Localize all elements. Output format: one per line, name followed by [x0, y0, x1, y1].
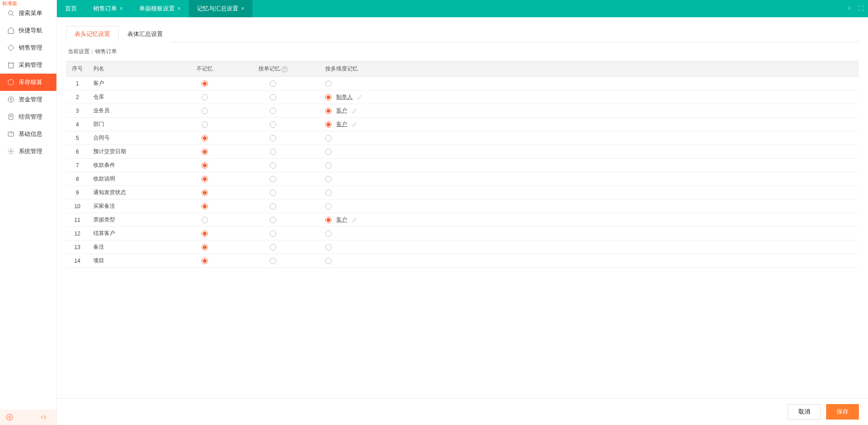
th-seq: 序号: [66, 61, 89, 77]
radio-none[interactable]: [202, 203, 208, 210]
radio-byorder[interactable]: [270, 108, 276, 114]
radio-bymulti[interactable]: [325, 108, 332, 114]
multi-dimension-label[interactable]: 客户: [336, 107, 347, 115]
sidebar-item-system[interactable]: 系统管理: [0, 143, 56, 160]
radio-bymulti[interactable]: [325, 176, 332, 182]
radio-byorder[interactable]: [270, 162, 276, 169]
edit-icon[interactable]: [357, 95, 363, 100]
cell-bymulti: [307, 131, 859, 145]
radio-none[interactable]: [202, 244, 208, 250]
edit-icon[interactable]: [352, 122, 357, 127]
radio-byorder[interactable]: [270, 94, 276, 100]
sidebar-item-inventory[interactable]: 库存核算: [0, 74, 56, 91]
edit-icon[interactable]: [352, 108, 357, 114]
radio-none[interactable]: [202, 230, 208, 237]
radio-byorder[interactable]: [270, 203, 276, 210]
sidebar-item-business[interactable]: 经营管理: [0, 108, 56, 125]
sidebar-item-label: 销售管理: [19, 44, 42, 52]
radio-none[interactable]: [202, 108, 208, 114]
footer-bar: 取消 保存: [57, 398, 868, 425]
cancel-button[interactable]: 取消: [788, 404, 821, 420]
sidebar-item-purchase[interactable]: 采购管理: [0, 56, 56, 74]
svg-line-1: [12, 15, 14, 16]
radio-bymulti[interactable]: [325, 203, 332, 210]
radio-none[interactable]: [202, 217, 208, 223]
radio-byorder[interactable]: [270, 80, 276, 87]
collapse-icon[interactable]: [39, 413, 47, 421]
radio-byorder[interactable]: [270, 217, 276, 223]
svg-point-0: [9, 11, 13, 15]
radio-bymulti[interactable]: [325, 244, 332, 250]
sidebar-item-label: 基础信息: [19, 130, 42, 138]
cell-bymulti: 客户: [307, 104, 859, 118]
radio-bymulti[interactable]: [325, 94, 332, 100]
table-row: 3业务员客户: [66, 104, 859, 118]
radio-bymulti[interactable]: [325, 230, 332, 237]
radio-bymulti[interactable]: [325, 149, 332, 155]
tab-2[interactable]: 单据模板设置×: [131, 0, 189, 17]
sidebar-item-funds[interactable]: 资金管理: [0, 91, 56, 108]
box-icon: [7, 78, 15, 86]
radio-none[interactable]: [202, 258, 208, 264]
sidebar-item-quicknav[interactable]: 快捷导航: [0, 22, 56, 39]
subtab-0[interactable]: 表头记忆设置: [66, 26, 119, 42]
gear-icon: [7, 147, 15, 155]
settings-icon[interactable]: [5, 413, 14, 421]
radio-byorder[interactable]: [270, 121, 276, 128]
radio-bymulti[interactable]: [325, 162, 332, 169]
radio-none[interactable]: [202, 94, 208, 100]
table-row: 10买家备注: [66, 200, 859, 213]
multi-dimension-label[interactable]: 客户: [336, 216, 347, 224]
radio-none[interactable]: [202, 190, 208, 196]
radio-byorder[interactable]: [270, 190, 276, 196]
radio-bymulti[interactable]: [325, 80, 332, 87]
save-button[interactable]: 保存: [826, 404, 859, 420]
multi-dimension-label[interactable]: 制单人: [336, 93, 353, 101]
radio-none[interactable]: [202, 80, 208, 87]
cell-none: [171, 200, 239, 213]
tab-3[interactable]: 记忆与汇总设置×: [189, 0, 252, 17]
multi-dimension-label[interactable]: 客户: [336, 120, 347, 128]
cell-none: [171, 90, 239, 104]
cell-bymulti: [307, 172, 859, 186]
radio-bymulti[interactable]: [325, 217, 332, 223]
th-none: 不记忆: [171, 61, 239, 77]
sidebar: 搜索菜单快捷导航销售管理采购管理库存核算资金管理经营管理基础信息系统管理: [0, 0, 57, 425]
radio-none[interactable]: [202, 135, 208, 141]
sidebar-item-label: 经营管理: [19, 113, 42, 121]
sidebar-item-search[interactable]: 搜索菜单: [0, 5, 56, 22]
cell-name: 仓库: [89, 90, 171, 104]
radio-bymulti[interactable]: [325, 135, 332, 141]
radio-byorder[interactable]: [270, 244, 276, 250]
help-icon[interactable]: ?: [282, 66, 288, 72]
current-setting: 当前设置：销售订单: [66, 42, 859, 61]
tab-1[interactable]: 销售订单×: [85, 0, 131, 17]
radio-none[interactable]: [202, 162, 208, 169]
radio-bymulti[interactable]: [325, 121, 332, 128]
sidebar-item-sales[interactable]: 销售管理: [0, 39, 56, 56]
sidebar-item-label: 快捷导航: [19, 26, 42, 35]
radio-byorder[interactable]: [270, 135, 276, 141]
tab-0[interactable]: 首页: [57, 0, 85, 17]
radio-none[interactable]: [202, 176, 208, 182]
tab-close-icon[interactable]: ×: [120, 5, 123, 12]
fullscreen-icon[interactable]: [858, 5, 864, 13]
sidebar-item-basic[interactable]: 基础信息: [0, 125, 56, 143]
radio-byorder[interactable]: [270, 230, 276, 237]
radio-byorder[interactable]: [270, 176, 276, 182]
radio-byorder[interactable]: [270, 149, 276, 155]
subtab-1[interactable]: 表体汇总设置: [119, 26, 172, 42]
radio-bymulti[interactable]: [325, 190, 332, 196]
radio-none[interactable]: [202, 149, 208, 155]
cell-byorder: [239, 254, 307, 268]
tabs-close-all-icon[interactable]: [846, 5, 853, 13]
tab-close-icon[interactable]: ×: [177, 5, 181, 12]
tab-close-icon[interactable]: ×: [241, 5, 244, 12]
radio-none[interactable]: [202, 121, 208, 128]
cell-seq: 10: [66, 200, 89, 213]
radio-byorder[interactable]: [270, 258, 276, 264]
radio-bymulti[interactable]: [325, 258, 332, 264]
th-name: 列名: [89, 61, 171, 77]
edit-icon[interactable]: [352, 217, 357, 223]
cell-byorder: [239, 213, 307, 227]
